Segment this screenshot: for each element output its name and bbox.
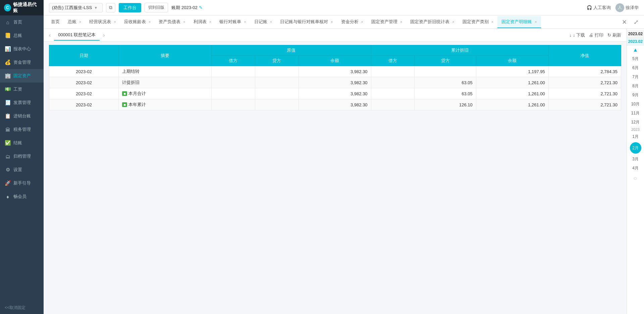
- tab-bank-statement[interactable]: 银行对账单 ×: [215, 16, 250, 28]
- print-btn[interactable]: 🖨 打印: [589, 32, 603, 38]
- close-all-tabs-btn[interactable]: ✕: [620, 18, 629, 27]
- tab-bar: 首页 总账 × 经营状况表 × 应收账龄表 × 资产负债表 × 利润表 × 银行…: [44, 15, 644, 29]
- date-month-6[interactable]: 6月: [627, 63, 644, 72]
- tab-balance-sheet[interactable]: 资产负债表 ×: [155, 16, 189, 28]
- period-label: 账期 2023-02 ✎: [171, 5, 203, 11]
- tab-fixed-assets-depreciation[interactable]: 固定资产折旧统计表 ×: [406, 16, 458, 28]
- tab-fixed-assets-detail-label: 固定资产明细账: [501, 19, 532, 25]
- tab-fixed-assets-category-close[interactable]: ×: [491, 20, 493, 24]
- th-accum-debit: 借方: [371, 56, 415, 66]
- sidebar-label-ledger: 总账: [13, 33, 22, 39]
- tab-journal-bank-check-close[interactable]: ×: [331, 20, 333, 24]
- copy-company-btn[interactable]: ⧉: [106, 3, 115, 12]
- sidebar-item-checkout[interactable]: ✅ 结账: [0, 136, 44, 150]
- tab-operation[interactable]: 经营状况表 ×: [85, 16, 120, 28]
- switch-old-version-button[interactable]: 切到旧版: [145, 3, 168, 12]
- date-panel-circle: ○: [634, 173, 637, 184]
- sidebar-label-salary: 工资: [13, 86, 22, 92]
- download-label: ↓ 下载: [573, 32, 585, 38]
- date-month-12[interactable]: 12月: [627, 118, 644, 127]
- download-btn[interactable]: ↓ ↓ 下载: [569, 32, 585, 38]
- sidebar-item-settings[interactable]: ⚙ 设置: [0, 163, 44, 176]
- company-selector[interactable]: (劝告) 江西服坐-LSS ▼: [49, 3, 103, 12]
- page-content: ‹ 000001 联想笔记本 › ↓ ↓ 下载 🖨 打印 ↻: [44, 29, 627, 314]
- tab-fixed-assets-mgmt[interactable]: 固定资产管理 ×: [367, 16, 406, 28]
- cell-orig-credit-2: [255, 88, 299, 99]
- date-month-7[interactable]: 7月: [627, 72, 644, 82]
- tab-fixed-assets-mgmt-close[interactable]: ×: [400, 20, 402, 24]
- sub-tab-next-btn[interactable]: ›: [103, 32, 105, 38]
- period-edit-icon[interactable]: ✎: [199, 5, 203, 10]
- tab-capital-analysis[interactable]: 资金分析 ×: [337, 16, 367, 28]
- tab-journal[interactable]: 日记账 ×: [250, 16, 276, 28]
- sidebar-item-invoice[interactable]: 🧾 发票管理: [0, 96, 44, 109]
- download-icon: ↓: [569, 33, 572, 38]
- main-area: (劝告) 江西服坐-LSS ▼ ⧉ 工作台 切到旧版 账期 2023-02 ✎ …: [44, 0, 644, 314]
- sidebar-item-guide[interactable]: 🚀 新手引导: [0, 176, 44, 190]
- salary-icon: 💵: [5, 86, 11, 92]
- date-month-1[interactable]: 1月: [627, 132, 644, 141]
- sidebar-item-tax[interactable]: 🏛 税务管理: [0, 123, 44, 136]
- tab-fixed-assets-depreciation-close[interactable]: ×: [452, 20, 454, 24]
- tab-fixed-assets-mgmt-label: 固定资产管理: [371, 19, 397, 25]
- tab-fixed-assets-detail[interactable]: 固定资产明细账 ×: [497, 16, 541, 28]
- sidebar-item-report[interactable]: 📊 报表中心: [0, 42, 44, 56]
- cell-net-value-1: 2,721.30: [548, 77, 621, 88]
- tab-journal-bank-check[interactable]: 日记账与银行对账单核对 ×: [276, 16, 337, 28]
- date-month-8[interactable]: 8月: [627, 82, 644, 91]
- sidebar-item-ledger[interactable]: 📒 总账: [0, 29, 44, 42]
- maximize-tab-btn[interactable]: ⤢: [632, 18, 641, 27]
- sidebar-item-purchase-sales[interactable]: 📋 进销台账: [0, 109, 44, 123]
- sub-tab-asset[interactable]: 000001 联想笔记本: [54, 30, 100, 41]
- tab-operation-close[interactable]: ×: [114, 20, 116, 24]
- sidebar-item-fixed-assets[interactable]: 🏢 固定资产: [0, 69, 44, 83]
- sidebar-item-home[interactable]: ⌂ 首页: [0, 15, 44, 29]
- date-month-9[interactable]: 9月: [627, 91, 644, 100]
- date-month-4[interactable]: 4月: [627, 164, 644, 173]
- date-panel-up-btn[interactable]: ▲: [632, 46, 640, 54]
- sidebar-label-invoice: 发票管理: [13, 100, 31, 106]
- cell-accum-balance-3: 1,261.00: [476, 99, 548, 110]
- sidebar-item-vip[interactable]: ♦ 畅会员: [0, 190, 44, 203]
- tag-annual: ■: [122, 102, 127, 107]
- cell-accum-credit-2: 63.05: [415, 88, 476, 99]
- date-month-3[interactable]: 3月: [627, 155, 644, 164]
- date-month-11[interactable]: 11月: [627, 109, 644, 118]
- tab-profit[interactable]: 利润表 ×: [190, 16, 215, 28]
- tab-fixed-assets-category[interactable]: 固定资产类别 ×: [459, 16, 497, 28]
- workbench-button[interactable]: 工作台: [119, 3, 141, 12]
- cell-orig-debit-1: [211, 77, 255, 88]
- tab-ledger[interactable]: 总账 ×: [64, 16, 85, 28]
- user-service-btn[interactable]: 🎧 人工客询: [587, 5, 611, 11]
- tab-bank-statement-close[interactable]: ×: [244, 20, 246, 24]
- date-month-10[interactable]: 10月: [627, 100, 644, 109]
- tab-capital-analysis-close[interactable]: ×: [361, 20, 363, 24]
- user-profile-btn[interactable]: 人 徐泽华: [615, 3, 639, 12]
- tab-balance-sheet-close[interactable]: ×: [183, 20, 185, 24]
- tab-journal-close[interactable]: ×: [270, 20, 272, 24]
- sidebar-unpin-btn[interactable]: <<取消固定: [0, 302, 44, 314]
- tab-receivable-close[interactable]: ×: [149, 20, 151, 24]
- sidebar-item-archive[interactable]: 🗂 归档管理: [0, 150, 44, 163]
- date-month-5[interactable]: 5月: [627, 54, 644, 63]
- sidebar-item-capital[interactable]: 💰 资金管理: [0, 56, 44, 69]
- content-area: ‹ 000001 联想笔记本 › ↓ ↓ 下载 🖨 打印 ↻: [44, 29, 644, 314]
- date-month-2-wrapper: 2月: [627, 141, 644, 155]
- tab-profit-close[interactable]: ×: [209, 20, 211, 24]
- refresh-icon: ↻: [607, 33, 611, 38]
- tab-home[interactable]: 首页: [47, 16, 64, 28]
- tab-receivable-label: 应收账龄表: [124, 19, 146, 25]
- refresh-btn[interactable]: ↻ 刷新: [607, 32, 621, 38]
- cell-accum-balance-2: 1,261.00: [476, 88, 548, 99]
- home-icon: ⌂: [5, 19, 11, 25]
- cell-orig-balance-2: 3,982.30: [299, 88, 371, 99]
- tab-ledger-close[interactable]: ×: [79, 20, 81, 24]
- tab-receivable[interactable]: 应收账龄表 ×: [120, 16, 155, 28]
- tab-journal-bank-check-label: 日记账与银行对账单核对: [280, 19, 328, 25]
- th-original-value: 原值: [211, 45, 371, 56]
- sidebar-item-salary[interactable]: 💵 工资: [0, 83, 44, 96]
- top-header: (劝告) 江西服坐-LSS ▼ ⧉ 工作台 切到旧版 账期 2023-02 ✎ …: [44, 0, 644, 15]
- date-month-2-active[interactable]: 2月: [630, 142, 641, 154]
- sub-tab-prev-btn[interactable]: ‹: [49, 32, 51, 38]
- tab-fixed-assets-detail-close[interactable]: ×: [535, 20, 537, 24]
